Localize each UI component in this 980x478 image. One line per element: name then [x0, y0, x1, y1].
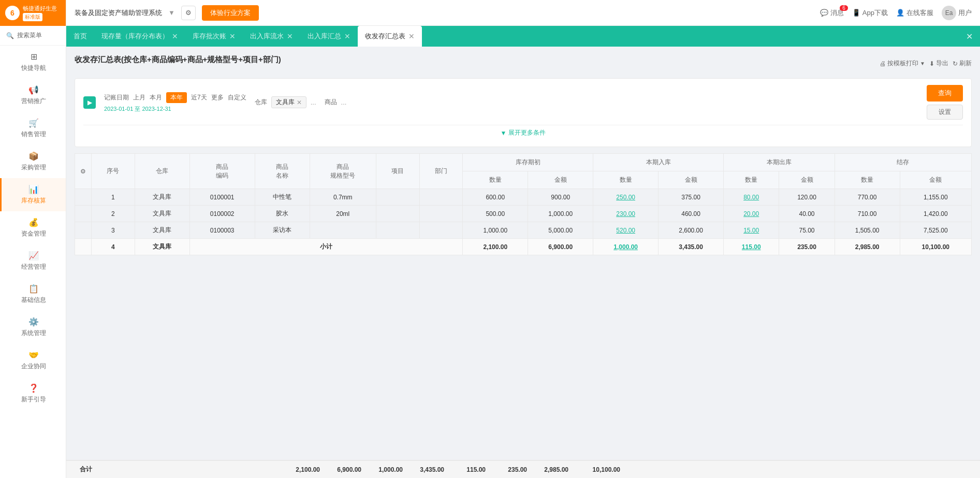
sidebar-item-enterprise[interactable]: 🤝 企业协同 [0, 344, 66, 377]
trial-btn[interactable]: 体验行业方案 [202, 5, 259, 21]
row1-in-qty-link[interactable]: 250.00 [616, 194, 635, 201]
warehouse-more[interactable]: ... [311, 98, 316, 106]
date-option-7days[interactable]: 近7天 [191, 93, 207, 102]
cell-subtotal-warehouse: 文具库 [135, 239, 189, 255]
subtotal-in-qty-link[interactable]: 1,000.00 [613, 243, 638, 251]
sidebar-item-system[interactable]: ⚙️ 系统管理 [0, 311, 66, 344]
cell-row3-spec [310, 222, 376, 239]
cell-row1-out-qty[interactable]: 80.00 [724, 189, 779, 206]
cell-row3-open-amt: 5,000.00 [528, 222, 593, 239]
sidebar-item-quick-nav[interactable]: ⊞ 快捷导航 [0, 46, 66, 79]
row3-out-qty-link[interactable]: 15.00 [743, 227, 759, 234]
tab-summary[interactable]: 出入库汇总 ✕ [300, 26, 358, 47]
date-option-this-year[interactable]: 本年 [166, 92, 187, 103]
message-item[interactable]: 💬 消息 6 [820, 8, 844, 18]
row2-in-qty-link[interactable]: 230.00 [616, 210, 635, 218]
tab-inventory-dist[interactable]: 现存量（库存分布表） ✕ [94, 26, 185, 47]
expand-label: 展开更多条件 [508, 128, 546, 137]
sidebar-item-guide[interactable]: ❓ 新手引导 [0, 377, 66, 410]
user-item[interactable]: Ea 用户 [942, 6, 972, 20]
total-label: 合计 [71, 465, 279, 474]
tab-batch[interactable]: 库存批次账 ✕ [185, 26, 243, 47]
date-option-this-month[interactable]: 本月 [150, 93, 162, 102]
cell-row3-in-qty[interactable]: 520.00 [593, 222, 659, 239]
sidebar: 6 畅捷通好生意 标准版 🔍 搜索菜单 ⊞ 快捷导航 📢 营销推广 🛒 销售管理… [0, 0, 66, 478]
th-code: 商品编码 [189, 154, 255, 189]
settings-gear[interactable]: ⚙ [181, 6, 196, 20]
sidebar-item-finance[interactable]: 💰 资金管理 [0, 211, 66, 244]
cell-subtotal-open-qty: 2,100.00 [463, 239, 528, 255]
service-icon: 👤 [896, 9, 904, 17]
sidebar-item-inventory[interactable]: 📊 库存核算 [0, 178, 66, 211]
row1-out-qty-link[interactable]: 80.00 [743, 194, 759, 201]
total-open-amt: 6,900.00 [320, 466, 361, 473]
sidebar-item-purchase[interactable]: 📦 采购管理 [0, 145, 66, 178]
sidebar-item-label: 企业协同 [21, 362, 46, 371]
online-service-item[interactable]: 👤 在线客服 [896, 8, 933, 18]
th-name: 商品名称 [255, 154, 310, 189]
enterprise-icon: 🤝 [28, 350, 39, 360]
cell-row3-no: 3 [92, 222, 135, 239]
table-row: 3 文具库 0100003 采访本 1,000.00 5,000.00 520.… [75, 222, 972, 239]
tab-close-collect-summary[interactable]: ✕ [408, 33, 415, 40]
date-option-custom[interactable]: 自定义 [228, 93, 246, 102]
right-actions: 🖨 按模板打印 ▼ ⬇ 导出 ↻ 刷新 [880, 59, 972, 68]
filter-arrow[interactable]: ▶ [83, 96, 96, 109]
settings-button[interactable]: 设置 [927, 105, 963, 120]
tab-close-summary[interactable]: ✕ [344, 33, 350, 40]
logo-badge: 标准版 [23, 13, 42, 21]
sidebar-item-operation[interactable]: 📈 经营管理 [0, 244, 66, 278]
basic-icon: 📋 [28, 284, 39, 294]
th-settings[interactable]: ⚙ [75, 154, 92, 189]
cell-row3-out-qty[interactable]: 15.00 [724, 222, 779, 239]
sidebar-item-sales[interactable]: 🛒 销售管理 [0, 112, 66, 145]
print-btn[interactable]: 🖨 按模板打印 ▼ [880, 59, 925, 68]
warehouse-tag-close[interactable]: ✕ [297, 99, 302, 106]
row2-out-qty-link[interactable]: 20.00 [743, 210, 759, 218]
export-icon: ⬇ [929, 60, 934, 67]
tab-close-flow[interactable]: ✕ [287, 33, 293, 40]
cell-row2-in-qty[interactable]: 230.00 [593, 206, 659, 222]
sidebar-item-basic[interactable]: 📋 基础信息 [0, 278, 66, 311]
quick-nav-icon: ⊞ [31, 52, 37, 62]
th-no: 序号 [92, 154, 135, 189]
cell-row1-in-qty[interactable]: 250.00 [593, 189, 659, 206]
filter-expand[interactable]: ▼ 展开更多条件 [83, 125, 963, 140]
table-row: 1 文具库 0100001 中性笔 0.7mm 600.00 900.00 25… [75, 189, 972, 206]
tab-close-inventory-dist[interactable]: ✕ [172, 33, 178, 40]
print-icon: 🖨 [880, 60, 886, 67]
row3-in-qty-link[interactable]: 520.00 [616, 227, 635, 234]
total-balance-qty: 2,985.00 [527, 466, 568, 473]
cell-row2-in-amt: 460.00 [659, 206, 724, 222]
export-btn[interactable]: ⬇ 导出 [929, 59, 948, 68]
cell-row2-out-qty[interactable]: 20.00 [724, 206, 779, 222]
tab-flow-label: 出入库流水 [250, 32, 284, 41]
subtotal-out-qty-link[interactable]: 115.00 [742, 243, 761, 251]
date-option-more[interactable]: 更多 [211, 93, 224, 102]
tabbar-close-all[interactable]: ✕ [959, 32, 980, 41]
dropdown-arrow[interactable]: ▼ [168, 9, 175, 17]
refresh-btn[interactable]: ↻ 刷新 [953, 59, 972, 68]
cell-row3-in-amt: 2,600.00 [659, 222, 724, 239]
cell-row2-spec: 20ml [310, 206, 376, 222]
date-option-last-month[interactable]: 上月 [133, 93, 145, 102]
tab-batch-label: 库存批次账 [193, 32, 226, 41]
date-range: 2023-01-01 至 2023-12-31 [104, 105, 171, 113]
data-table: ⚙ 序号 仓库 商品编码 商品名称 商品规格型号 项目 部门 库存期初 本期入库… [75, 153, 972, 255]
app-download-item[interactable]: 📱 App下载 [852, 8, 888, 18]
refresh-icon: ↻ [953, 60, 958, 67]
tab-flow[interactable]: 出入库流水 ✕ [243, 26, 300, 47]
tab-close-batch[interactable]: ✕ [229, 33, 236, 40]
tab-home[interactable]: 首页 [66, 26, 94, 47]
warehouse-label: 仓库 [255, 98, 267, 107]
cell-row2-balance-qty: 710.00 [835, 206, 900, 222]
search-menu[interactable]: 🔍 搜索菜单 [0, 26, 66, 46]
query-button[interactable]: 查询 [927, 85, 963, 102]
goods-more[interactable]: ... [341, 98, 347, 106]
cell-row2-open-amt: 1,000.00 [528, 206, 593, 222]
sidebar-item-label: 经营管理 [21, 263, 46, 271]
cell-row1-open-amt: 900.00 [528, 189, 593, 206]
tab-summary-label: 出入库汇总 [308, 32, 341, 41]
tab-collect-summary[interactable]: 收发存汇总表 ✕ [358, 26, 422, 47]
sidebar-item-marketing[interactable]: 📢 营销推广 [0, 79, 66, 112]
